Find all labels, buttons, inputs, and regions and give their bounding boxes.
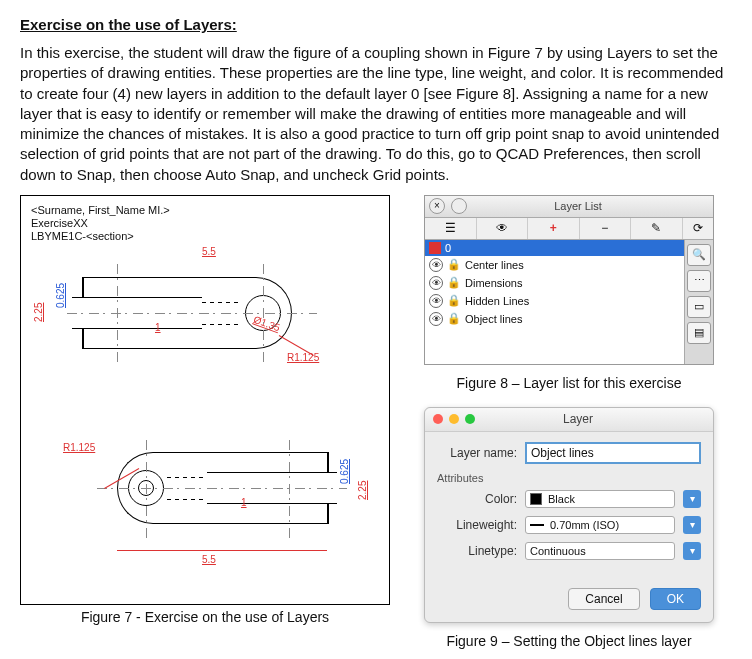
color-value: Black xyxy=(548,493,670,505)
lock-icon: 🔒 xyxy=(447,276,461,289)
toolbar-btn-1[interactable]: ☰ xyxy=(425,218,477,239)
layer-name: Dimensions xyxy=(465,277,522,289)
close-icon[interactable] xyxy=(433,414,443,424)
layer-name: Object lines xyxy=(465,313,522,325)
side-button-1[interactable]: 🔍 xyxy=(687,244,711,266)
layer-row-0[interactable]: 0 xyxy=(425,240,684,256)
figures-container: <Surname, First_Name MI.> ExerciseXX LBY… xyxy=(20,195,732,649)
figure-8-caption: Figure 8 – Layer list for this exercise xyxy=(408,375,730,391)
layer-list-title: Layer List xyxy=(473,200,683,212)
cancel-button[interactable]: Cancel xyxy=(568,588,639,610)
layer-row-center[interactable]: 👁 🔒 Center lines xyxy=(425,256,684,274)
dialog-title: Layer xyxy=(451,412,705,426)
eye-icon[interactable]: 👁 xyxy=(477,218,529,239)
figure-7-drawing: <Surname, First_Name MI.> ExerciseXX LBY… xyxy=(20,195,390,605)
layer-name-input[interactable]: Object lines xyxy=(525,442,701,464)
close-icon[interactable]: × xyxy=(429,198,445,214)
chevron-down-icon[interactable]: ▾ xyxy=(683,542,701,560)
layer-row-hidden[interactable]: 👁 🔒 Hidden Lines xyxy=(425,292,684,310)
layer-list-header: × Layer List xyxy=(425,196,713,218)
page-title: Exercise on the use of Layers: xyxy=(20,16,732,33)
fig7-dim-left-inner: 0.625 xyxy=(55,283,67,308)
right-column: × Layer List ☰ 👁 + − ✎ ⟳ 0 xyxy=(408,195,730,649)
fig7-dim-bottom-length: 5.5 xyxy=(202,554,216,566)
eye-icon[interactable]: 👁 xyxy=(429,276,443,290)
fig7-dim-left-outer: 2.25 xyxy=(33,302,45,321)
color-label: Color: xyxy=(437,492,517,506)
layer-items-list: 0 👁 🔒 Center lines 👁 🔒 Dimensions 👁 xyxy=(425,240,685,364)
linetype-label: Linetype: xyxy=(437,544,517,558)
color-combo[interactable]: Black xyxy=(525,490,675,508)
ok-button[interactable]: OK xyxy=(650,588,701,610)
minimize-icon[interactable] xyxy=(451,198,467,214)
eye-icon[interactable]: 👁 xyxy=(429,258,443,272)
fig7-titleblock-line2: ExerciseXX xyxy=(31,217,88,230)
fig7-dim-top-length: 5.5 xyxy=(202,246,216,258)
figure-7-caption: Figure 7 - Exercise on the use of Layers xyxy=(20,609,390,625)
linetype-combo[interactable]: Continuous xyxy=(525,542,675,560)
layer-color-icon xyxy=(429,242,441,254)
lineweight-label: Lineweight: xyxy=(437,518,517,532)
remove-layer-button[interactable]: − xyxy=(580,218,632,239)
chevron-down-icon[interactable]: ▾ xyxy=(683,490,701,508)
lineweight-value: 0.70mm (ISO) xyxy=(550,519,670,531)
dialog-body: Layer name: Object lines Attributes Colo… xyxy=(425,432,713,578)
chevron-down-icon[interactable]: ▾ xyxy=(683,516,701,534)
layer-name: Center lines xyxy=(465,259,524,271)
figure-9-caption: Figure 9 – Setting the Object lines laye… xyxy=(408,633,730,649)
side-button-4[interactable]: ▤ xyxy=(687,322,711,344)
side-button-3[interactable]: ▭ xyxy=(687,296,711,318)
layer-dialog: Layer Layer name: Object lines Attribute… xyxy=(424,407,714,623)
layer-name: 0 xyxy=(445,242,451,254)
dialog-titlebar: Layer xyxy=(425,408,713,432)
edit-layer-button[interactable]: ✎ xyxy=(631,218,683,239)
fig7-dim-inner-1-top: 1 xyxy=(155,322,161,334)
side-button-2[interactable]: ⋯ xyxy=(687,270,711,292)
layer-name: Hidden Lines xyxy=(465,295,529,307)
attributes-label: Attributes xyxy=(437,472,701,484)
lock-icon: 🔒 xyxy=(447,312,461,325)
layer-list-sidebar: 🔍 ⋯ ▭ ▤ xyxy=(685,240,713,364)
eye-icon[interactable]: 👁 xyxy=(429,294,443,308)
fig7-dim-right-outer: 2.25 xyxy=(357,480,369,499)
fig7-titleblock-line3: LBYME1C-<section> xyxy=(31,230,134,243)
layer-row-object[interactable]: 👁 🔒 Object lines xyxy=(425,310,684,328)
toolbar-btn-refresh[interactable]: ⟳ xyxy=(683,218,713,239)
fig7-dim-radius-bot: R1.125 xyxy=(63,442,95,454)
fig7-dim-right-inner: 0.625 xyxy=(339,459,351,484)
color-swatch-icon xyxy=(530,493,542,505)
lineweight-preview-icon xyxy=(530,524,544,526)
add-layer-button[interactable]: + xyxy=(528,218,580,239)
layer-name-label: Layer name: xyxy=(437,446,517,460)
layer-list-toolbar: ☰ 👁 + − ✎ ⟳ xyxy=(425,218,713,240)
lineweight-combo[interactable]: 0.70mm (ISO) xyxy=(525,516,675,534)
body-paragraph: In this exercise, the student will draw … xyxy=(20,43,732,185)
fig7-titleblock-line1: <Surname, First_Name MI.> xyxy=(31,204,170,217)
lock-icon: 🔒 xyxy=(447,258,461,271)
layer-row-dimensions[interactable]: 👁 🔒 Dimensions xyxy=(425,274,684,292)
fig7-dim-radius-top: R1.125 xyxy=(287,352,319,364)
figure-7-column: <Surname, First_Name MI.> ExerciseXX LBY… xyxy=(20,195,390,625)
dialog-buttons: Cancel OK xyxy=(425,578,713,622)
layer-list-panel: × Layer List ☰ 👁 + − ✎ ⟳ 0 xyxy=(424,195,714,365)
eye-icon[interactable]: 👁 xyxy=(429,312,443,326)
lock-icon: 🔒 xyxy=(447,294,461,307)
fig7-dim-inner-1-bot: 1 xyxy=(241,497,247,509)
linetype-value: Continuous xyxy=(530,545,670,557)
